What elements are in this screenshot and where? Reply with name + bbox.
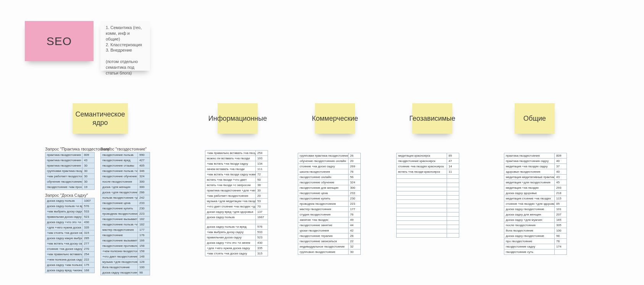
table-row[interactable]: гвоздестояние обучение324 [101, 174, 150, 179]
table-row[interactable]: йога гвоздестояние100 [504, 228, 567, 233]
table-row[interactable]: гвоздестояние польза +и вред +для женщин… [101, 222, 150, 227]
table-row[interactable]: школа гвоздестояния76 [298, 169, 361, 175]
table-row[interactable]: медитация стояние +на гвоздях115 [504, 196, 567, 201]
table-row[interactable]: встать +на гвозди +с запросом38 [205, 183, 268, 188]
table-row[interactable]: про гвоздестояние78 [504, 239, 567, 244]
table-row[interactable] [397, 183, 459, 187]
table-row[interactable]: +для +чего нужна доска садху335 [205, 246, 268, 251]
table-row[interactable]: стояние +на доске садху270 [45, 246, 95, 252]
table-row[interactable]: +что дает стояние +на гвоздях +для здоро… [205, 204, 268, 209]
sticky-seo-note[interactable]: 1. Семантика (гео, комм, инф и общие) 2.… [100, 21, 150, 71]
table-row[interactable]: стояние +на доске садху269 [298, 164, 361, 169]
sticky-general[interactable]: Общие [515, 103, 555, 134]
table-row[interactable]: +как правильно вставать +на гвозди254 [205, 151, 268, 156]
table-row[interactable]: гвоздестояние красноярск47 [397, 159, 459, 164]
table-row[interactable]: +как встать +на гвозди садху134 [205, 161, 268, 167]
table-row[interactable]: здоровье гвоздестояния40 [504, 169, 567, 175]
table-row[interactable]: +как правильно вставать +на гвозди254 [45, 252, 95, 257]
table-comm[interactable]: групповая практика гвоздестояния26обучен… [298, 153, 361, 255]
table-row[interactable]: +как выбрать доску садху533 [205, 230, 268, 235]
table-row[interactable] [397, 175, 459, 179]
sticky-geo[interactable]: Геозависимые [412, 103, 452, 134]
table-row[interactable]: правильная доска садху523 [45, 214, 95, 220]
table-row[interactable]: гвоздестояние польза +и вред346 [101, 168, 150, 174]
table-row[interactable]: встать +на гвозди красноярск11 [397, 169, 459, 175]
table-row[interactable]: практика гвоздестояния809 [45, 152, 95, 158]
table-geo[interactable]: медитация красноярск85гвоздестояние крас… [396, 153, 459, 238]
table-row[interactable]: доска садху +для мужчин165 [504, 217, 567, 223]
table-row[interactable]: доска садху +как пользоваться175 [45, 262, 95, 268]
table-row[interactable]: доска +для гвоздестояния286 [101, 190, 150, 195]
table-row[interactable]: доска садху польза1007 [45, 198, 95, 204]
table-row[interactable]: стояние +на гвоздях красноярск14 [397, 164, 459, 169]
table-row[interactable]: +для +чего нужна доска садху335 [45, 225, 95, 230]
table-row[interactable]: +что дает гвоздестояние148 [101, 254, 150, 259]
table-row[interactable]: проводник гвоздестояния223 [101, 211, 150, 217]
table-row[interactable]: гвоздестояние цена233 [101, 201, 150, 206]
table-row[interactable]: индивидуальное гвоздестояние32 [298, 244, 361, 249]
table-row[interactable]: зачем вставать +на гвозди111 [205, 167, 268, 172]
table-row[interactable]: +как работает гвоздестояние30 [45, 174, 95, 179]
table-row[interactable]: +как встать +на доску садху277 [45, 241, 95, 246]
table-row[interactable]: медитация красноярск85 [397, 153, 459, 159]
table-row[interactable]: доска садху гвоздестояние98 [504, 233, 567, 239]
table-row[interactable]: йога гвоздестояние100 [101, 265, 150, 270]
table-row[interactable]: гвоздестояние онлайн56 [298, 175, 361, 180]
table-row[interactable]: +чем полезна доска садху222 [45, 257, 95, 262]
table-row[interactable]: проводник гвоздестояния223 [298, 201, 361, 207]
sticky-info[interactable]: Информационные [218, 103, 258, 134]
table-row[interactable]: доска садху +что это +и зачем430 [205, 240, 268, 246]
table-row[interactable] [397, 229, 459, 233]
table-row[interactable]: групповая практика гвоздестояния30 [45, 168, 95, 174]
table-row[interactable]: доска садху гвоздестояние101 [504, 207, 567, 212]
sticky-comm[interactable]: Коммерческие [315, 103, 355, 134]
table-row[interactable]: гвоздестояние суть [504, 249, 567, 255]
table-row[interactable]: мастер гвоздестояния177 [298, 207, 361, 212]
miro-canvas[interactable]: { "stickies": { "seo": "SEO", "seo_note"… [0, 0, 644, 285]
table-row[interactable]: +как стоять +на доске садху315 [45, 230, 95, 236]
table-row[interactable]: студия гвоздестояния76 [298, 212, 361, 217]
table-row[interactable] [397, 221, 459, 225]
table-row[interactable]: гвоздестояние вызывает бесплодие166 [101, 238, 150, 243]
table-row[interactable] [397, 187, 459, 191]
table-row[interactable]: гвоздестояние занятие44 [298, 223, 361, 228]
table-row[interactable]: +чем полезна гвоздестояние158 [101, 249, 150, 254]
table-row[interactable]: медитация +на гвоздях садху37 [504, 164, 567, 169]
table-q2[interactable]: гвоздестояние польза990гвоздестояние вре… [100, 152, 150, 275]
table-row[interactable] [397, 233, 459, 238]
table-row[interactable]: гвоздестояние терапия28 [298, 233, 361, 239]
table-row[interactable]: доска садху польза +и вред576 [205, 224, 268, 230]
table-row[interactable]: можно ли вставать +на гвозди193 [205, 156, 268, 161]
table-row[interactable]: доска +для женщин300 [101, 185, 150, 190]
table-row[interactable]: гвоздестояние +как проходит19 [45, 185, 95, 190]
table-row[interactable]: доска садху какую выбрать285 [45, 236, 95, 241]
table-row[interactable] [397, 212, 459, 217]
table-row[interactable]: встать +на гвозди +что дает50 [205, 177, 268, 183]
table-row[interactable]: гвоздестояние обучение324 [298, 180, 361, 185]
table-row[interactable]: польза гвоздестояния +для женщин242 [101, 195, 150, 201]
table-row[interactable]: гвоздестояние отзывы405 [101, 163, 150, 168]
table-row[interactable]: доска садху польза +и вред576 [45, 204, 95, 209]
table-row[interactable]: практика гвоздестояния садху43 [45, 158, 95, 163]
table-row[interactable] [205, 220, 268, 224]
table-row[interactable]: +как выбрать доску садху533 [45, 209, 95, 214]
table-row[interactable]: доски садху вред +для здоровья137 [205, 209, 268, 215]
table-row[interactable]: гвоздестояние купить230 [298, 196, 361, 201]
table-info[interactable]: +как правильно вставать +на гвозди254мож… [205, 150, 268, 256]
table-row[interactable]: доска садху вред +жизнь168 [45, 268, 95, 273]
table-row[interactable]: гвоздестояние цена233 [298, 191, 361, 196]
table-row[interactable]: доска садху +что это +и зачем430 [45, 220, 95, 225]
sticky-seo[interactable]: SEO [25, 21, 94, 61]
table-row[interactable] [397, 179, 459, 183]
table-q3[interactable]: доска садху польза1007доска садху польза… [45, 198, 95, 273]
table-row[interactable]: гвоздестояние записаться22 [298, 239, 361, 244]
table-row[interactable]: практика гвоздестояния садху40 [504, 159, 567, 164]
table-row[interactable]: музыка +для медитации +на гвоздях53 [205, 199, 268, 204]
table-row[interactable]: медитация медитативные практики43 [504, 175, 567, 180]
table-row[interactable]: гвоздестояние купить230 [101, 206, 150, 211]
table-row[interactable]: доска садху польза1667 [205, 215, 268, 220]
table-row[interactable]: музыка +для гвоздестояния128 [101, 259, 150, 265]
table-row[interactable]: гвоздестояние176 [101, 233, 150, 238]
table-row[interactable]: после гвоздестояния300 [101, 179, 150, 185]
table-row[interactable]: гвоздестояние вред427 [101, 158, 150, 163]
